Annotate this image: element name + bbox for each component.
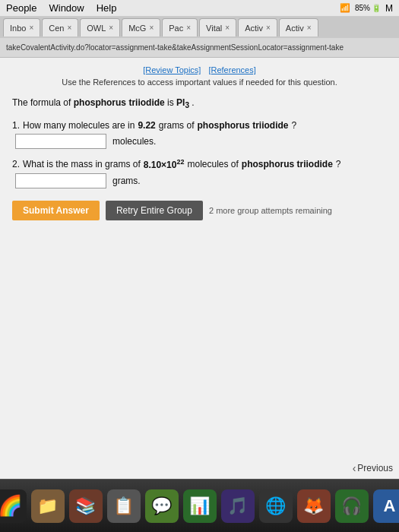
tab-owl[interactable]: OWL × [80,18,120,36]
tab-label: Vital [206,24,222,33]
tab-close[interactable]: × [149,24,154,32]
q1-answer-input[interactable] [15,134,106,149]
tab-cen[interactable]: Cen × [42,18,78,36]
q1-mid: grams of [159,120,195,131]
tab-close[interactable]: × [307,24,312,32]
q2-answer-input[interactable] [15,173,106,188]
tab-close[interactable]: × [186,24,191,32]
tab-pac[interactable]: Pac × [162,18,198,36]
url-text[interactable]: takeCovalentActivity.do?locator=assignme… [6,43,344,52]
use-references-text: Use the References to access important v… [12,78,387,87]
retry-group-button[interactable]: Retry Entire Group [106,201,203,220]
q1-value: 9.22 [138,120,155,131]
tab-close[interactable]: × [266,24,271,32]
formula-line: The formula of phosphorus triiodide is P… [12,97,387,109]
dock-messages[interactable]: 💬 [145,489,179,523]
dock-numbers[interactable]: 📊 [183,489,217,523]
attempts-label: 2 more group attempts remaining [209,206,332,215]
tab-close[interactable]: × [225,24,230,32]
review-topics-button[interactable]: [Review Topics] [143,65,201,74]
dock-firefox[interactable]: 🦊 [297,489,331,523]
tab-close[interactable]: × [29,24,33,32]
menu-bar-right: 📶 85% 🔋 M [340,3,393,14]
menu-people[interactable]: People [6,2,36,14]
previous-button[interactable]: ‹ Previous [353,462,393,474]
previous-label: Previous [357,463,393,473]
tab-close[interactable]: × [109,24,113,32]
dock-appstore[interactable]: A [373,489,400,523]
page-content: [Review Topics] [References] Use the Ref… [0,58,399,479]
top-links: [Review Topics] [References] [12,65,387,74]
menu-window[interactable]: Window [49,2,84,14]
tab-label: Pac [169,24,183,33]
battery-icon: 85% 🔋 [355,4,381,12]
formula-compound: phosphorus triiodide [74,97,165,108]
dock: 🌈 📁 📚 📋 💬 📊 🎵 🌐 🦊 🎧 A [0,479,399,532]
question-1: 1. How many molecules are in 9.22 grams … [12,120,387,149]
tab-label: Inbo [10,24,26,33]
tab-inbox[interactable]: Inbo × [3,18,40,36]
dock-launchpad[interactable]: 🌈 [0,489,27,523]
formula-prefix: The formula of [12,97,71,108]
q2-suffix: ? [336,159,341,169]
tab-activ1[interactable]: Activ × [238,18,277,36]
chevron-left-icon: ‹ [353,462,356,474]
tab-vital[interactable]: Vital × [199,18,236,36]
battery-pct: 85% [355,4,370,12]
tab-label: Activ [286,24,304,33]
tab-label: McG [128,24,146,33]
q2-mid: molecules of [187,159,238,169]
tab-bar: Inbo × Cen × OWL × McG × Pac × Vital × A… [0,17,399,38]
dock-books[interactable]: 📚 [69,489,103,523]
submit-answer-button[interactable]: Submit Answer [12,201,100,220]
dock-notes[interactable]: 📋 [107,489,141,523]
q2-prefix: What is the mass in grams of [23,159,141,169]
dock-finder[interactable]: 📁 [31,489,65,523]
q2-value: 8.10×1022 [144,158,185,170]
references-button[interactable]: [References] [208,65,255,74]
q1-compound: phosphorus triiodide [197,120,288,131]
tab-activ2[interactable]: Activ × [279,18,318,36]
tab-label: Cen [49,24,64,33]
question-2: 2. What is the mass in grams of 8.10×102… [12,158,387,188]
q2-unit: grams. [112,176,141,186]
tab-label: OWL [87,24,106,33]
tab-label: Activ [245,24,263,33]
tab-mcg[interactable]: McG × [122,18,160,36]
address-bar: takeCovalentActivity.do?locator=assignme… [0,38,399,58]
menu-help[interactable]: Help [97,2,117,14]
wifi-icon: 📶 [340,3,350,13]
tab-close[interactable]: × [67,24,71,32]
q2-compound: phosphorus triiodide [242,159,333,169]
dock-chrome[interactable]: 🌐 [259,489,293,523]
q1-prefix: How many molecules are in [23,120,135,131]
formula-period: . [192,97,194,108]
formula-value: PI3 [176,97,192,108]
dock-music[interactable]: 🎵 [221,489,255,523]
menu-bar: People Window Help 📶 85% 🔋 M [0,0,399,17]
button-row: Submit Answer Retry Entire Group 2 more … [12,201,387,220]
q1-suffix: ? [291,120,296,131]
menu-bar-m: M [385,3,393,14]
formula-mid: is [167,97,174,108]
dock-spotify[interactable]: 🎧 [335,489,369,523]
q1-unit: molecules. [112,136,156,147]
q1-number: 1. [12,120,20,131]
q2-number: 2. [12,159,20,169]
